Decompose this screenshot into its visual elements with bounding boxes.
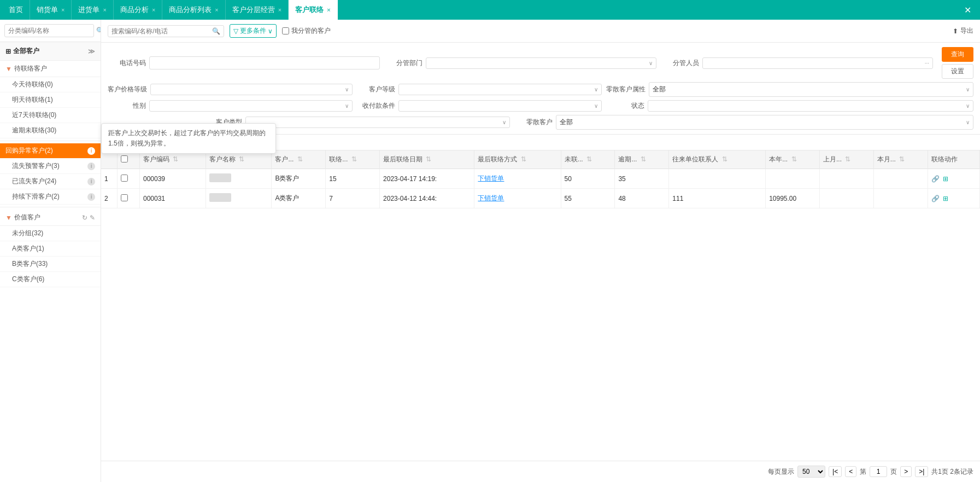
cell-contacts: 111 <box>669 189 766 208</box>
filter-row-3: 性别 ∨ 收付款条件 ∨ 状态 <box>108 100 973 112</box>
refresh-icon[interactable]: ↻ <box>82 214 87 222</box>
th-contact[interactable]: 联络... ⇅ <box>326 150 380 169</box>
arrow-icon: ▼ <box>5 65 12 73</box>
close-all-button[interactable]: ✕ <box>960 5 976 15</box>
sidebar-item-declining[interactable]: 持续下滑客户(2) i <box>0 189 101 205</box>
contact-icon[interactable]: 🔗 <box>931 195 940 202</box>
manager-select[interactable]: ··· <box>702 57 933 69</box>
payment-select[interactable]: ∨ <box>398 100 602 112</box>
page-size-select[interactable]: 50 20 100 200 <box>797 466 825 478</box>
sidebar-item-churned[interactable]: 已流失客户(24) i <box>0 174 101 189</box>
edit-icon[interactable]: ✎ <box>90 214 95 222</box>
tab-sales-order[interactable]: 销货单 × <box>30 0 72 20</box>
sidebar-item-a-class[interactable]: A类客户(1) <box>0 241 101 257</box>
th-last-month[interactable]: 上月... ⇅ <box>820 150 874 169</box>
last-page-button[interactable]: >| <box>915 466 928 477</box>
th-this-month[interactable]: 本月... ⇅ <box>873 150 928 169</box>
top-navigation: 首页 销货单 × 进货单 × 商品分析 × 商品分析列表 × 客户分层经营 × … <box>0 0 980 20</box>
th-contacts[interactable]: 往来单位联系人 ⇅ <box>669 150 766 169</box>
close-icon[interactable]: × <box>327 7 330 13</box>
page-number-input[interactable] <box>870 466 887 477</box>
customers-icon: ⊞ <box>5 48 11 55</box>
cell-this-month <box>873 169 928 189</box>
collapse-icon[interactable]: ≫ <box>88 48 95 55</box>
sidebar-item-overdue[interactable]: 逾期未联络(30) <box>0 123 101 138</box>
row-checkbox[interactable] <box>121 175 128 182</box>
next-page-button[interactable]: > <box>900 466 912 477</box>
close-icon[interactable]: × <box>103 7 106 13</box>
customer-type-select[interactable]: ∨ <box>245 117 510 128</box>
more-action-icon[interactable]: ⊞ <box>943 195 948 202</box>
first-page-button[interactable]: |< <box>829 466 842 477</box>
th-action: 联络动作 <box>928 150 979 169</box>
cell-level: B类客户 <box>272 169 326 189</box>
cell-this-month <box>873 189 928 208</box>
sidebar-item-unclassified[interactable]: 未分组(32) <box>0 226 101 241</box>
pending-group-header[interactable]: ▼ 待联络客户 <box>0 61 101 77</box>
sidebar-item-churn-warning[interactable]: 流失预警客户(3) i <box>0 159 101 174</box>
price-group-header[interactable]: ▼ 价值客户 ↻ ✎ <box>0 210 101 226</box>
cell-overdue: 48 <box>615 189 669 208</box>
sidebar-item-b-class[interactable]: B类客户(33) <box>0 257 101 272</box>
price-level-select[interactable]: ∨ <box>150 84 353 95</box>
cell-last-date: 2023-04-17 14:19: <box>380 169 474 189</box>
sort-icon: ⇅ <box>351 155 357 163</box>
dept-field: 分管部门 ∨ <box>384 57 656 69</box>
header-checkbox[interactable] <box>121 155 128 162</box>
phone-field: 电话号码 <box>108 56 380 69</box>
table-row: 1 000039 B类客户 15 2023-04-17 14:19: 下销货单 … <box>101 169 980 189</box>
export-button[interactable]: ⬆ 导出 <box>953 26 973 36</box>
chevron-down-icon: ∨ <box>594 103 598 109</box>
cell-this-year: 10995.00 <box>766 189 820 208</box>
customer-level-select[interactable]: ∨ <box>398 84 602 95</box>
close-icon[interactable]: × <box>61 7 64 13</box>
search-icon[interactable]: 🔍 <box>96 27 101 34</box>
cell-contact: 7 <box>326 189 380 208</box>
dept-select[interactable]: ∨ <box>426 57 656 69</box>
th-not-contact[interactable]: 未联... ⇅ <box>561 150 615 169</box>
contact-icon[interactable]: 🔗 <box>931 175 940 183</box>
retail-attr-select[interactable]: 全部 ∨ <box>649 82 973 97</box>
tab-product-analysis[interactable]: 商品分析 × <box>114 0 162 20</box>
cell-name <box>206 189 272 208</box>
th-overdue[interactable]: 逾期... ⇅ <box>615 150 669 169</box>
more-action-icon[interactable]: ⊞ <box>943 175 948 183</box>
th-this-year[interactable]: 本年... ⇅ <box>766 150 820 169</box>
cell-this-year <box>766 169 820 189</box>
price-level-field: 客户价格等级 ∨ <box>108 84 353 95</box>
th-level[interactable]: 客户... ⇅ <box>272 150 326 169</box>
status-select[interactable]: ∨ <box>648 100 973 112</box>
tab-product-analysis-list[interactable]: 商品分析列表 × <box>162 0 225 20</box>
th-last-date[interactable]: 最后联络日期 ⇅ <box>380 150 474 169</box>
setting-button[interactable]: 设置 <box>942 64 973 79</box>
all-customers-header[interactable]: ⊞ 全部客户 ≫ <box>0 42 101 61</box>
sidebar-item-repurchase-anomaly[interactable]: 回购异常客户(2) i <box>0 143 101 159</box>
close-icon[interactable]: × <box>215 7 218 13</box>
prev-page-button[interactable]: < <box>845 466 856 477</box>
retail-customer-select[interactable]: 全部 ∨ <box>556 115 973 130</box>
status-field: 状态 ∨ <box>606 100 973 112</box>
sidebar-item-c-class[interactable]: C类客户(6) <box>0 272 101 287</box>
search-input[interactable] <box>112 27 210 35</box>
close-icon[interactable]: × <box>152 7 155 13</box>
filter-form: 电话号码 分管部门 ∨ 分管人员 ··· <box>101 43 980 135</box>
chevron-down-icon: ∨ <box>649 60 653 66</box>
search-icon[interactable]: 🔍 <box>212 27 220 35</box>
query-button[interactable]: 查询 <box>942 47 973 62</box>
tab-customer-contact[interactable]: 客户联络 × <box>289 0 337 20</box>
tab-customer-segmentation[interactable]: 客户分层经营 × <box>226 0 289 20</box>
tab-purchase-order[interactable]: 进货单 × <box>72 0 113 20</box>
table-wrap: 客户编码 ⇅ 客户名称 ⇅ 客户... ⇅ 联络... <box>101 150 980 461</box>
th-last-method[interactable]: 最后联络方式 ⇅ <box>474 150 561 169</box>
close-icon[interactable]: × <box>278 7 281 13</box>
sidebar-item-7days[interactable]: 近7天待联络(0) <box>0 108 101 123</box>
tab-home[interactable]: 首页 <box>4 0 30 20</box>
phone-input[interactable] <box>149 56 380 69</box>
more-filter-button[interactable]: ▽ 更多条件 ∨ <box>230 24 277 38</box>
sidebar-item-today[interactable]: 今天待联络(0) <box>0 77 101 92</box>
gender-select[interactable]: ∨ <box>149 100 353 112</box>
sidebar-item-tomorrow[interactable]: 明天待联络(1) <box>0 92 101 108</box>
row-checkbox[interactable] <box>121 194 128 201</box>
my-customer-checkbox[interactable] <box>282 27 289 34</box>
sidebar-search-input[interactable] <box>4 24 94 37</box>
